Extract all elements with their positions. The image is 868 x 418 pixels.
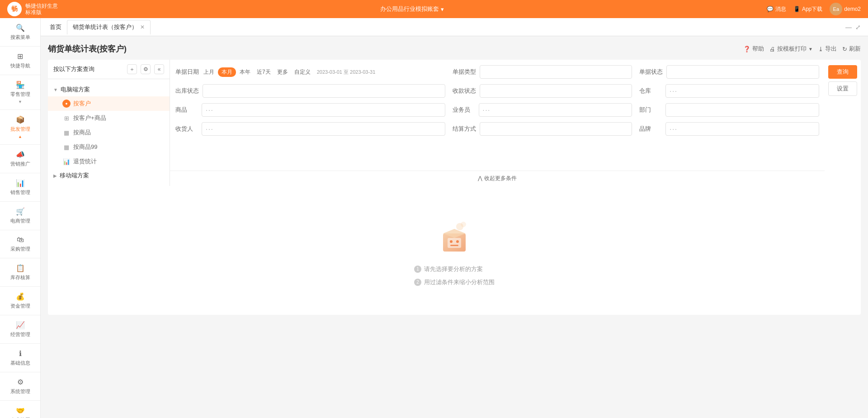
delivery-label: 出库状态 bbox=[175, 87, 199, 95]
minimize-icon[interactable]: — bbox=[845, 24, 852, 31]
sidebar-item-wholesale[interactable]: 📦 批发管理 ▲ bbox=[0, 110, 40, 145]
print-dropdown-icon: ▼ bbox=[808, 47, 813, 52]
add-scheme-button[interactable]: ＋ bbox=[127, 64, 137, 74]
date-opt-last7days[interactable]: 近7天 bbox=[254, 67, 274, 77]
sidebar-item-system[interactable]: ⚙ 系统管理 bbox=[0, 372, 40, 401]
tree-group-desktop[interactable]: ▼ 电脑端方案 bbox=[48, 83, 170, 96]
finance-icon: 💰 bbox=[16, 292, 25, 301]
user-menu[interactable]: Ea demo2 bbox=[830, 3, 861, 15]
tree-item-by-customer[interactable]: ● 按客户 bbox=[48, 96, 170, 111]
sidebar: 🔍 搜索菜单 ⊞ 快捷导航 🏪 零售管理 ▼ 📦 批发管理 ▲ 📣 营销推广 bbox=[0, 18, 41, 418]
empty-illustration bbox=[432, 213, 477, 258]
brand-label: 品牌 bbox=[639, 125, 662, 133]
date-options: 上月 本月 本年 近7天 更多 自定义 bbox=[201, 67, 313, 77]
svg-rect-2 bbox=[448, 238, 461, 248]
tab-close-icon[interactable]: ✕ bbox=[140, 24, 145, 30]
svg-rect-5 bbox=[450, 245, 458, 246]
help-button[interactable]: ❓ 帮助 bbox=[743, 45, 764, 53]
chevron-down-icon: ▼ bbox=[18, 100, 22, 104]
brand-input[interactable]: ··· bbox=[665, 122, 819, 136]
recipient-input[interactable]: ··· bbox=[202, 122, 445, 136]
table2-icon: ▦ bbox=[62, 143, 71, 151]
salesperson-input[interactable]: ··· bbox=[479, 103, 632, 117]
wholesale-icon: 📦 bbox=[16, 115, 25, 124]
order-status-select[interactable] bbox=[666, 65, 819, 79]
inventory-icon: 📋 bbox=[16, 264, 25, 272]
collapse-icon: ⋀ bbox=[478, 175, 482, 181]
collapse-more-button[interactable]: ⋀ 收起更多条件 bbox=[170, 171, 825, 186]
query-button[interactable]: 查询 bbox=[828, 65, 857, 79]
sidebar-item-retail[interactable]: 🏪 零售管理 ▼ bbox=[0, 75, 40, 110]
warehouse-input[interactable]: ··· bbox=[665, 84, 819, 98]
tree-item-return-stats[interactable]: 📊 退货统计 bbox=[48, 154, 170, 169]
settings-button[interactable]: 设置 bbox=[828, 81, 857, 96]
date-opt-custom[interactable]: 自定义 bbox=[292, 67, 313, 77]
sidebar-item-basic[interactable]: ℹ 基础信息 bbox=[0, 344, 40, 372]
payment-select[interactable] bbox=[480, 84, 632, 98]
phone-icon: 📱 bbox=[793, 6, 800, 12]
sidebar-item-operations[interactable]: 📈 经营管理 bbox=[0, 315, 40, 344]
sidebar-item-marketing[interactable]: 📣 营销推广 bbox=[0, 145, 40, 173]
goods-input[interactable]: ··· bbox=[202, 103, 445, 117]
order-type-label: 单据类型 bbox=[453, 68, 476, 76]
department-label: 部门 bbox=[639, 106, 662, 114]
date-label: 单据日期 bbox=[175, 68, 199, 76]
header-title: 办公用品行业模拟账套 ▾ bbox=[380, 5, 444, 13]
refresh-button[interactable]: ↻ 刷新 bbox=[842, 45, 861, 53]
tree-item-by-customer-goods[interactable]: ⊞ 按客户+商品 bbox=[48, 111, 170, 125]
operations-icon: 📈 bbox=[16, 321, 25, 329]
tip-text-2: 用过滤条件来缩小分析范围 bbox=[424, 277, 495, 287]
sidebar-item-search[interactable]: 🔍 搜索菜单 bbox=[0, 18, 40, 47]
tree-group-mobile[interactable]: ▶ 移动端方案 bbox=[48, 169, 170, 182]
sidebar-item-inventory[interactable]: 📋 库存核算 bbox=[0, 258, 40, 287]
export-icon: ⤓ bbox=[818, 46, 823, 52]
sidebar-item-shortcut[interactable]: ⊞ 快捷导航 bbox=[0, 47, 40, 75]
sidebar-item-finance[interactable]: 💰 资金管理 bbox=[0, 287, 40, 315]
settlement-label: 结算方式 bbox=[453, 125, 476, 133]
svg-point-7 bbox=[461, 222, 466, 227]
left-panel-title: 按以下方案查询 bbox=[53, 65, 94, 73]
date-opt-this-month[interactable]: 本月 bbox=[218, 67, 236, 77]
settlement-select[interactable] bbox=[480, 122, 632, 136]
logo-text: 畅捷信好生意 标准版 bbox=[25, 3, 58, 16]
warehouse-label: 仓库 bbox=[639, 87, 662, 95]
svg-point-4 bbox=[456, 240, 459, 243]
chart-icon: 📊 bbox=[62, 157, 71, 166]
recipient-label: 收货人 bbox=[175, 125, 198, 133]
sales-icon: 📊 bbox=[16, 179, 25, 187]
delivery-select[interactable] bbox=[203, 84, 445, 98]
date-opt-more[interactable]: 更多 bbox=[274, 67, 291, 77]
date-opt-this-year[interactable]: 本年 bbox=[237, 67, 253, 77]
sidebar-item-ecommerce[interactable]: 🛒 电商管理 bbox=[0, 202, 40, 230]
order-status-label: 单据状态 bbox=[639, 68, 663, 76]
collapse-panel-button[interactable]: « bbox=[154, 64, 164, 74]
maximize-icon[interactable]: ⤢ bbox=[855, 24, 861, 31]
tree-item-by-goods99[interactable]: ▦ 按商品99 bbox=[48, 140, 170, 154]
app-download-button[interactable]: 📱 App下载 bbox=[793, 5, 822, 13]
search-icon: 🔍 bbox=[16, 24, 25, 32]
system-icon: ⚙ bbox=[17, 378, 24, 386]
chevron-up-icon: ▲ bbox=[18, 134, 22, 139]
svg-point-3 bbox=[450, 240, 453, 243]
settings-scheme-button[interactable]: ⚙ bbox=[141, 64, 151, 74]
department-select[interactable] bbox=[665, 103, 819, 117]
payment-label: 收款状态 bbox=[453, 87, 476, 95]
tree-item-by-goods[interactable]: ▦ 按商品 bbox=[48, 125, 170, 140]
message-button[interactable]: 💬 消息 bbox=[767, 5, 786, 13]
print-button[interactable]: 🖨 按模板打印 ▼ bbox=[769, 45, 813, 53]
empty-state: 1 请先选择要分析的方案 2 用过滤条件来缩小分析范围 bbox=[48, 186, 861, 315]
table-icon: ▦ bbox=[62, 128, 71, 137]
logo-icon: 畅 bbox=[7, 2, 22, 16]
refresh-icon: ↻ bbox=[842, 46, 847, 52]
ecommerce-icon: 🛒 bbox=[16, 207, 25, 216]
tip-text-1: 请先选择要分析的方案 bbox=[424, 264, 483, 274]
sidebar-item-purchase[interactable]: 🛍 采购管理 bbox=[0, 230, 40, 258]
order-type-select[interactable] bbox=[480, 65, 632, 79]
sidebar-item-enterprise[interactable]: 🤝 企业协同 bbox=[0, 401, 40, 418]
sidebar-item-sales[interactable]: 📊 销售管理 bbox=[0, 173, 40, 202]
goods-label: 商品 bbox=[175, 106, 198, 114]
tab-home[interactable]: 首页 bbox=[44, 20, 67, 34]
date-opt-last-month[interactable]: 上月 bbox=[201, 67, 217, 77]
export-button[interactable]: ⤓ 导出 bbox=[818, 45, 837, 53]
tab-sales-stats[interactable]: 销货单统计表（按客户） ✕ bbox=[67, 20, 151, 34]
